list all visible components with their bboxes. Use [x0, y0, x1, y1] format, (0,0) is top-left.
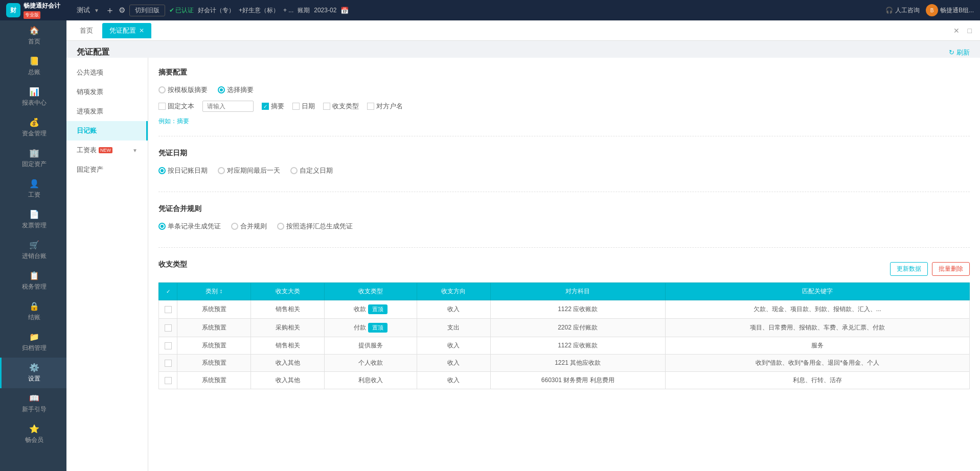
- th-category: 类别 ↕: [177, 283, 251, 300]
- sidebar-label-settings: 设置: [28, 374, 40, 383]
- row-major-type-4: 收入其他: [251, 372, 325, 389]
- row-checkbox-1[interactable]: [165, 324, 172, 332]
- top-tag-0[interactable]: 置顶: [368, 304, 388, 314]
- sidebar-label-funds: 资金管理: [22, 129, 47, 138]
- period-value: 2023-02: [314, 7, 336, 14]
- tab-voucher-config[interactable]: 凭证配置 ✕: [102, 23, 151, 38]
- tab-close-icon[interactable]: ✕: [139, 27, 144, 34]
- sidebar-item-ledger[interactable]: 📒 总账: [0, 51, 66, 82]
- date-radio-custom[interactable]: 自定义日期: [290, 166, 333, 175]
- left-menu-item-journal[interactable]: 日记账: [66, 121, 148, 140]
- th-checkbox: ✓: [159, 283, 177, 300]
- sidebar-item-reports[interactable]: 📊 报表中心: [0, 82, 66, 112]
- th-keywords: 匹配关键字: [665, 283, 969, 300]
- checkbox-fixed-text[interactable]: 固定文本: [158, 102, 194, 111]
- tab-home[interactable]: 首页: [73, 23, 100, 38]
- sidebar-item-invoices[interactable]: 📄 发票管理: [0, 204, 66, 235]
- sidebar-item-payroll[interactable]: 👤 工资: [0, 174, 66, 204]
- table-header: ✓ 类别 ↕ 收支大类 收支类型 收支方向 对方科目 匹配关键字: [159, 283, 970, 300]
- row-keywords-4: 利息、行转、活存: [665, 372, 969, 389]
- left-menu-item-fixed-assets[interactable]: 固定资产: [66, 160, 148, 179]
- checkbox-counterparty[interactable]: 对方户名: [367, 102, 403, 111]
- radio-circle-total: [277, 223, 284, 230]
- merge-radio-single[interactable]: 单条记录生成凭证: [158, 222, 221, 231]
- row-major-type-0: 销售相关: [251, 300, 325, 319]
- merge-radio-total[interactable]: 按照选择汇总生成凭证: [277, 222, 353, 231]
- left-menu-item-public[interactable]: 公共选项: [66, 63, 148, 82]
- checkbox-box-counterparty: [367, 103, 374, 110]
- row-category-3: 系统预置: [177, 355, 251, 372]
- update-data-button[interactable]: 更新数据: [890, 262, 928, 276]
- table-row: 系统预置 采购相关 付款 置顶 支出 2202 应付账款 项目、日常费用、报销款…: [159, 319, 970, 337]
- select-all-checkbox[interactable]: ✓: [165, 288, 172, 295]
- sidebar-item-funds[interactable]: 💰 资金管理: [0, 112, 66, 143]
- logo-sub-badge: 专业版: [24, 10, 60, 19]
- row-checkbox-2[interactable]: [165, 342, 172, 349]
- window-close-button[interactable]: ✕: [951, 25, 962, 37]
- refresh-button[interactable]: ↻ 刷新: [949, 48, 970, 57]
- merge-radio-rules[interactable]: 合并规则: [231, 222, 267, 231]
- row-checkbox-0[interactable]: [165, 306, 172, 313]
- certified-badge: ✔ 已认证: [169, 6, 194, 15]
- date-radio-last[interactable]: 对应期间最后一天: [218, 166, 280, 175]
- row-subject-2: 1122 应收账款: [490, 337, 665, 355]
- purchases-icon: 🛒: [29, 240, 39, 250]
- sidebar-label-ledger: 总账: [28, 68, 40, 77]
- sidebar-item-purchases[interactable]: 🛒 进销台账: [0, 235, 66, 266]
- guide-icon: 📖: [29, 393, 39, 403]
- row-direction-2: 收入: [417, 337, 490, 355]
- inner-layout: 公共选项 销项发票 进项发票 日记账 工资表 NEW ▼: [66, 58, 980, 471]
- checkbox-date[interactable]: 日期: [292, 102, 315, 111]
- page-title: 凭证配置: [77, 47, 109, 58]
- radio-circle-rules: [231, 223, 238, 230]
- summary-radio-template[interactable]: 按模板版摘要: [158, 85, 208, 95]
- settings-icon: ⚙️: [29, 363, 39, 372]
- switch-version-button[interactable]: 切到旧版: [129, 5, 165, 16]
- window-maximize-button[interactable]: □: [966, 25, 974, 37]
- payroll-icon: 👤: [29, 179, 39, 189]
- summary-radio-select[interactable]: 选择摘要: [218, 85, 254, 95]
- left-menu-item-sales[interactable]: 销项发票: [66, 82, 148, 102]
- checkbox-payment-type[interactable]: 收支类型: [323, 102, 359, 111]
- sidebar-item-archive[interactable]: 📁 归档管理: [0, 327, 66, 358]
- sidebar-label-member: 畅会员: [25, 436, 43, 444]
- fixed-text-input[interactable]: [202, 101, 254, 112]
- left-menu-item-purchase[interactable]: 进项发票: [66, 102, 148, 121]
- sidebar-label-invoices: 发票管理: [22, 221, 47, 230]
- company-name: 测试: [77, 6, 90, 15]
- summary-radio-group: 按模板版摘要 选择摘要: [158, 85, 970, 95]
- table-header-row: 收支类型 更新数据 批量删除: [158, 260, 970, 277]
- row-category-2: 系统预置: [177, 337, 251, 355]
- sidebar-item-assets[interactable]: 🏢 固定资产: [0, 143, 66, 174]
- sidebar-item-closing[interactable]: 🔒 结账: [0, 296, 66, 327]
- row-type-1: 付款 置顶: [325, 319, 417, 337]
- main-layout: 🏠 首页 📒 总账 📊 报表中心 💰 资金管理 🏢 固定资产 👤 工资 📄 发票…: [0, 20, 980, 471]
- sidebar-item-guide[interactable]: 📖 新手引导: [0, 388, 66, 419]
- content-area: 首页 凭证配置 ✕ ✕ □ 凭证配置 ↻ 刷新 公共选项: [66, 20, 980, 471]
- sidebar-item-settings[interactable]: ⚙️ 设置: [0, 358, 66, 388]
- left-menu: 公共选项 销项发票 进项发票 日记账 工资表 NEW ▼: [66, 58, 148, 471]
- user-area[interactable]: B 畅捷通B组...: [926, 4, 974, 16]
- top-tag-1[interactable]: 置顶: [368, 323, 388, 333]
- nav-gear-icon[interactable]: ⚙: [119, 6, 125, 15]
- tab-bar-controls: ✕ □: [951, 25, 974, 37]
- nav-add-icon[interactable]: ＋: [105, 4, 115, 16]
- sidebar-item-tax[interactable]: 📋 税务管理: [0, 266, 66, 296]
- checkbox-summary[interactable]: ✓ 摘要: [262, 102, 284, 111]
- checkbox-box-summary: ✓: [262, 103, 269, 110]
- row-checkbox-cell-4: [159, 372, 177, 389]
- nav-down-arrow[interactable]: ▼: [94, 8, 99, 13]
- left-menu-item-payroll[interactable]: 工资表 NEW ▼: [66, 140, 148, 160]
- consulting-button[interactable]: 🎧 人工咨询: [885, 6, 920, 15]
- sidebar-item-home[interactable]: 🏠 首页: [0, 20, 66, 51]
- row-keywords-3: 收到*借款、收到*备用金、退回*备用金、个人: [665, 355, 969, 372]
- batch-delete-button[interactable]: 批量删除: [932, 262, 970, 276]
- date-radio-journal[interactable]: 按日记账日期: [158, 166, 208, 175]
- radio-circle-journal: [158, 167, 166, 174]
- row-checkbox-3[interactable]: [165, 360, 172, 367]
- payment-types-section: 收支类型 更新数据 批量删除 ✓: [158, 260, 970, 389]
- merge-radio-group: 单条记录生成凭证 合并规则 按照选择汇总生成凭证: [158, 222, 970, 231]
- sidebar-item-member[interactable]: ⭐ 畅会员: [0, 419, 66, 450]
- row-checkbox-4[interactable]: [165, 377, 172, 384]
- software-label: 好会计（专）: [198, 6, 235, 15]
